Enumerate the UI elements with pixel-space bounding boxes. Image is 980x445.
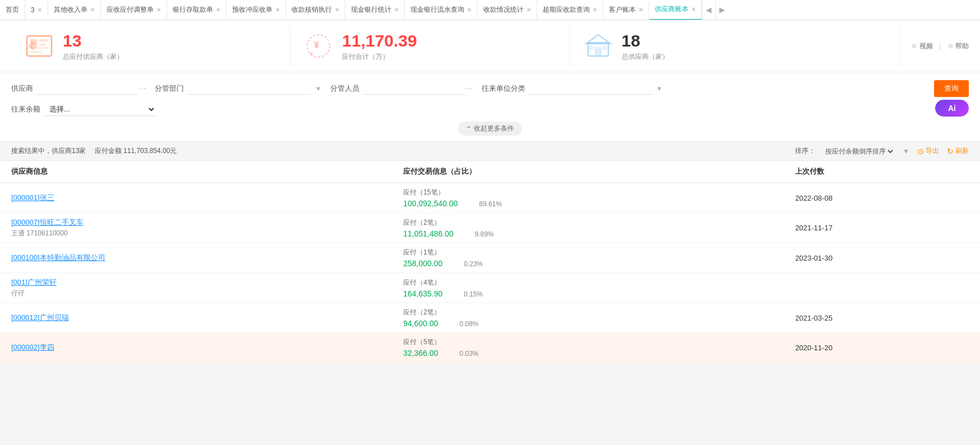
ai-button[interactable]: Ai [935, 100, 969, 117]
nav-tab-3[interactable]: 3 ✕ [25, 0, 48, 20]
balance-filter-select[interactable]: 选择... [44, 103, 156, 116]
close-icon[interactable]: ✕ [156, 7, 161, 13]
svg-rect-3 [39, 44, 46, 46]
col-last-pay: 上次付数 [784, 161, 980, 183]
nav-tab-customer[interactable]: 客户账本 ✕ [603, 0, 649, 20]
supplier-filter-label: 供应商 [11, 84, 33, 94]
collapse-icon: ⌃ [466, 125, 471, 133]
close-icon[interactable]: ✕ [216, 7, 220, 13]
supplier-cell: [000012]广州贝瑞 [0, 303, 392, 333]
filter-area: 供应商 ··· 分管部门 ▼ 分管人员 ··· 往来单位分类 ▼ 查询 往来余额… [0, 72, 980, 142]
close-icon[interactable]: ✕ [526, 7, 531, 13]
collapse-button[interactable]: ⌃ 收起更多条件 [458, 122, 522, 136]
total-supplier-info: 18 总供应商（家） [622, 31, 669, 62]
nav-tab-home[interactable]: 首页 [0, 0, 25, 20]
category-filter-label: 往来单位分类 [482, 84, 525, 94]
person-filter-input[interactable] [363, 82, 464, 95]
supplier-link[interactable]: [000100]本特勤油品有限公司 [11, 253, 105, 262]
pay-info-cell: 应付（4笔） 164,635.90 0.15% [392, 273, 784, 303]
supplier-icon: ¥ [22, 29, 56, 63]
dept-dropdown-icon[interactable]: ▼ [315, 85, 321, 92]
pay-pct: 0.23% [464, 260, 483, 268]
col-supplier-info: 供应商信息 [0, 161, 392, 183]
supplier-link[interactable]: [000012]广州贝瑞 [11, 313, 69, 322]
nav-tab-income[interactable]: 其他收入单 ✕ [48, 0, 101, 20]
pay-pct: 9.89% [475, 230, 494, 238]
sort-select[interactable]: 按应付余额倒序排序 [823, 147, 895, 156]
close-icon[interactable]: ✕ [38, 7, 42, 13]
table-row: [000007]恒旺二手叉车王通 17106110000 应付（2笔） 11,0… [0, 213, 980, 243]
pay-amount: 32,366.00 [403, 349, 438, 358]
close-icon[interactable]: ✕ [394, 7, 399, 13]
last-pay-date: 2021-11-17 [795, 224, 833, 232]
filter-supplier: 供应商 ··· [11, 82, 146, 95]
close-icon[interactable]: ✕ [593, 7, 597, 13]
pay-info-cell: 应付（2笔） 11,051,486.00 9.89% [392, 213, 784, 243]
col-pay-info: 应付交易信息（占比） [392, 161, 784, 183]
nav-prev-arrow[interactable]: ◀ [702, 0, 715, 20]
svg-text:¥: ¥ [31, 44, 34, 49]
svg-rect-15 [603, 46, 607, 50]
close-icon[interactable]: ✕ [691, 6, 696, 12]
store-icon [581, 29, 615, 63]
supplier-link[interactable]: [001]广州荣轩 [11, 278, 57, 286]
dept-filter-label: 分管部门 [155, 84, 184, 94]
supplier-sub-info: 仔仔 [11, 289, 381, 298]
supplier-filter-input[interactable] [36, 82, 137, 95]
export-button[interactable]: ⊙ 导出 [917, 146, 939, 156]
pay-pct: 0.15% [464, 290, 483, 298]
nav-tab-collection[interactable]: 收款核销执行 ✕ [286, 0, 345, 20]
supplier-cell: [000001]张三 [0, 183, 392, 213]
supplier-link[interactable]: [000001]张三 [11, 193, 54, 202]
sort-label: 排序： [795, 146, 815, 156]
refresh-button[interactable]: ↻ 刷新 [947, 146, 969, 156]
close-icon[interactable]: ✕ [639, 7, 643, 13]
refresh-icon: ↻ [947, 147, 954, 156]
last-pay-cell: 2021-03-25 [784, 303, 980, 333]
top-navigation: 首页 3 ✕ 其他收入单 ✕ 应收应付调整单 ✕ 银行存取款单 ✕ 预收冲应收单… [0, 0, 980, 20]
table-row: [000100]本特勤油品有限公司 应付（1笔） 258,000.00 0.23… [0, 243, 980, 273]
category-filter-input[interactable] [529, 82, 652, 95]
last-pay-date: 2020-11-20 [795, 344, 833, 352]
person-filter-dots[interactable]: ··· [465, 84, 472, 94]
nav-next-arrow[interactable]: ▶ [715, 0, 729, 20]
supplier-table: 供应商信息 应付交易信息（占比） 上次付数 [000001]张三 应付（15笔）… [0, 161, 980, 363]
close-icon[interactable]: ✕ [467, 7, 471, 13]
supplier-link[interactable]: [000007]恒旺二手叉车 [11, 218, 84, 226]
close-icon[interactable]: ✕ [90, 7, 95, 13]
table-row: [001]广州荣轩仔仔 应付（4笔） 164,635.90 0.15% [0, 273, 980, 303]
nav-tab-cashstat[interactable]: 现金银行统计 ✕ [345, 0, 405, 20]
supplier-cell: [000007]恒旺二手叉车王通 17106110000 [0, 213, 392, 243]
nav-tab-overdue[interactable]: 超期应收款查询 ✕ [537, 0, 603, 20]
pay-amount: 100,092,540.00 [403, 199, 457, 208]
filter-dept: 分管部门 ▼ [155, 82, 321, 95]
result-amount: 应付金额 111,703,854.00元 [95, 147, 177, 155]
supplier-sub-info: 王通 17106110000 [11, 229, 381, 238]
nav-tab-bank[interactable]: 银行存取款单 ✕ [167, 0, 226, 20]
last-pay-date: 2022-08-08 [795, 194, 833, 202]
nav-tab-cashflow[interactable]: 现金银行流水查询 ✕ [405, 0, 478, 20]
filter-person: 分管人员 ··· [330, 82, 472, 95]
nav-tab-adjustment[interactable]: 应收应付调整单 ✕ [101, 0, 167, 20]
category-dropdown-icon[interactable]: ▼ [657, 85, 663, 92]
filter-row-2: 往来余额 选择... [11, 103, 969, 116]
video-link[interactable]: ⊙ 视频 [912, 41, 932, 51]
last-pay-date: 2023-01-30 [795, 254, 833, 262]
sort-dropdown-icon[interactable]: ▼ [903, 147, 909, 155]
dept-filter-input[interactable] [187, 82, 311, 95]
nav-tab-supplier[interactable]: 供应商账本 ✕ [649, 0, 702, 20]
close-icon[interactable]: ✕ [275, 7, 280, 13]
total-amount-number: 11,170.39 [342, 31, 417, 51]
pay-amount: 94,600.00 [403, 319, 438, 328]
nav-tab-paystat[interactable]: 收款情况统计 ✕ [478, 0, 537, 20]
close-icon[interactable]: ✕ [335, 7, 339, 13]
filter-balance: 往来余额 选择... [11, 103, 156, 116]
nav-tab-prepay[interactable]: 预收冲应收单 ✕ [226, 0, 286, 20]
supplier-link[interactable]: [000002]李四 [11, 343, 54, 351]
svg-rect-5 [30, 51, 41, 53]
help-link[interactable]: ⊙ 帮助 [948, 41, 969, 51]
supplier-filter-dots[interactable]: ··· [138, 84, 146, 94]
pay-info-cell: 应付（2笔） 94,600.00 0.08% [392, 303, 784, 333]
result-actions: 排序： 按应付余额倒序排序 ▼ ⊙ 导出 ↻ 刷新 [795, 146, 969, 156]
search-button[interactable]: 查询 [934, 80, 969, 97]
